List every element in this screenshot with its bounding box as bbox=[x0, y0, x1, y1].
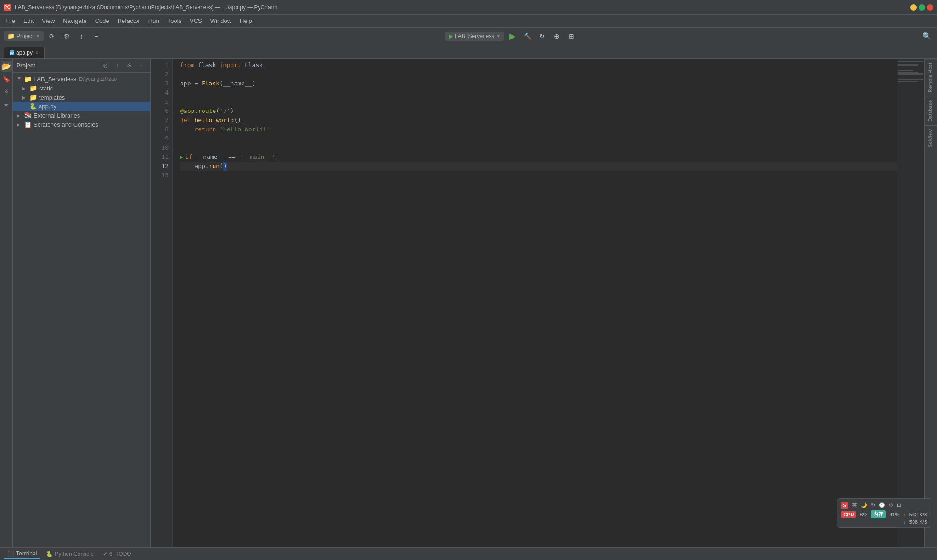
moon-icon: 🌙 bbox=[861, 502, 867, 508]
toolbar-settings-btn[interactable]: ⚙ bbox=[60, 30, 73, 43]
tab-filename: app.py bbox=[16, 50, 33, 56]
python-file-icon: py bbox=[10, 50, 14, 55]
toolbar-sort-btn[interactable]: ↕ bbox=[75, 30, 88, 43]
project-panel-collapse-icon[interactable]: ↕ bbox=[112, 60, 123, 71]
bottom-tab-todo[interactable]: ✔ 6: TODO bbox=[99, 549, 135, 559]
run-arrow-icon: ▶ bbox=[180, 152, 183, 162]
tab-app-py[interactable]: py app.py × bbox=[4, 47, 45, 58]
code-line-1: from flask import Flask bbox=[180, 61, 897, 70]
tab-close-icon[interactable]: × bbox=[35, 50, 39, 56]
project-panel: Project ◎ ↕ ⚙ − ▶ 📁 LAB_Serverless D:\yu… bbox=[13, 59, 151, 547]
menu-view[interactable]: View bbox=[38, 16, 58, 26]
maximize-button[interactable] bbox=[919, 4, 925, 11]
grid-icon: ⊞ bbox=[897, 502, 901, 508]
menu-window[interactable]: Window bbox=[207, 16, 235, 26]
code-editor[interactable]: from flask import Flask app = Flask ( __… bbox=[173, 59, 897, 547]
sidebar-icon-favorites[interactable]: ★ bbox=[1, 99, 12, 110]
close-button[interactable] bbox=[927, 4, 933, 11]
mem-pct: 41% bbox=[889, 512, 899, 517]
tree-item-root[interactable]: ▶ 📁 LAB_Serverless D:\yuangezhizao bbox=[13, 74, 150, 84]
cpu-widget-icons: S 英 🌙 ↻ 🕐 ⚙ ⊞ bbox=[841, 502, 927, 509]
minimap-line-8 bbox=[898, 73, 923, 75]
line-number-10: 10 bbox=[151, 143, 169, 152]
tree-item-scratches[interactable]: ▶ 📋 Scratches and Consoles bbox=[13, 120, 150, 129]
profile-button[interactable]: ⊞ bbox=[565, 30, 578, 43]
minimap-line-9 bbox=[898, 75, 923, 77]
toolbar-collapse-btn[interactable]: − bbox=[90, 30, 102, 43]
menu-code[interactable]: Code bbox=[91, 16, 113, 26]
token-paren-open: ( bbox=[220, 79, 223, 88]
title-bar-title: LAB_Serverless [D:\yuangezhizao\Document… bbox=[15, 4, 277, 11]
bottom-tab-python-console[interactable]: 🐍 Python Console bbox=[42, 549, 97, 559]
menu-tools[interactable]: Tools bbox=[164, 16, 185, 26]
tree-item-templates[interactable]: ▶ 📁 templates bbox=[13, 93, 150, 102]
tree-label-templates: templates bbox=[39, 94, 65, 101]
run-config-icon: ▶ bbox=[449, 33, 453, 39]
token-func-parens: (): bbox=[234, 116, 244, 125]
cpu-widget: S 英 🌙 ↻ 🕐 ⚙ ⊞ CPU 6% 内存 41% ↑ 562 K/S ↓ … bbox=[837, 498, 931, 528]
right-tab-database[interactable]: Database bbox=[925, 96, 937, 125]
token-func-name: hello_world bbox=[194, 116, 234, 125]
line-number-13: 13 bbox=[151, 171, 169, 180]
run-button[interactable]: ▶ bbox=[506, 30, 519, 43]
project-panel-settings-icon[interactable]: ⚙ bbox=[124, 60, 135, 71]
sidebar-icon-project[interactable]: 📂 bbox=[1, 61, 12, 72]
token-space-def bbox=[191, 116, 194, 125]
tree-arrow-scratches: ▶ bbox=[17, 122, 22, 127]
menu-bar: File Edit View Navigate Code Refactor Ru… bbox=[0, 15, 937, 28]
menu-help[interactable]: Help bbox=[236, 16, 256, 26]
bottom-tabs: ⬛ Terminal 🐍 Python Console ✔ 6: TODO bbox=[0, 547, 937, 560]
code-line-3: app = Flask ( __name__ ) bbox=[180, 79, 897, 88]
window-controls[interactable] bbox=[910, 4, 933, 11]
run-config-chevron: ▼ bbox=[496, 34, 501, 39]
title-bar: PC LAB_Serverless [D:\yuangezhizao\Docum… bbox=[0, 0, 937, 15]
menu-navigate[interactable]: Navigate bbox=[59, 16, 90, 26]
tree-label-root: LAB_Serverless bbox=[34, 76, 76, 83]
token-main-str: '__main__' bbox=[239, 152, 275, 162]
line-number-5: 5 bbox=[151, 97, 169, 106]
minimap-line-12 bbox=[898, 81, 918, 82]
sidebar-icon-bookmarks[interactable]: 🔖 bbox=[1, 73, 12, 84]
project-panel-title: Project bbox=[17, 62, 35, 69]
terminal-icon: ⬛ bbox=[7, 550, 14, 557]
minimize-button[interactable] bbox=[910, 4, 917, 11]
token-run-parens-open: ( bbox=[220, 162, 223, 171]
reload-button[interactable]: ↻ bbox=[536, 30, 548, 43]
menu-run[interactable]: Run bbox=[145, 16, 163, 26]
folder-icon-templates: 📁 bbox=[29, 94, 37, 101]
right-tab-remote-host[interactable]: Remote Host bbox=[925, 59, 937, 96]
tree-label-external-libs: External Libraries bbox=[34, 112, 80, 119]
menu-file[interactable]: File bbox=[2, 16, 19, 26]
code-line-7: def hello_world (): bbox=[180, 116, 897, 125]
project-panel-locate-icon[interactable]: ◎ bbox=[100, 60, 111, 71]
folder-icon-external-libs: 📚 bbox=[24, 112, 32, 119]
tree-item-external-libs[interactable]: ▶ 📚 External Libraries bbox=[13, 111, 150, 120]
right-tab-sciview[interactable]: SciView bbox=[925, 125, 937, 151]
coverage-button[interactable]: ⊕ bbox=[550, 30, 563, 43]
search-button[interactable]: 🔍 bbox=[920, 30, 933, 43]
minimap-line-13 bbox=[898, 83, 923, 84]
bottom-tab-terminal[interactable]: ⬛ Terminal bbox=[4, 549, 40, 559]
project-panel-close-icon[interactable]: − bbox=[135, 60, 147, 71]
sidebar-icon-structure[interactable]: Str bbox=[1, 86, 12, 97]
token-if: if bbox=[185, 152, 192, 162]
project-dropdown[interactable]: 📁 Project ▼ bbox=[4, 31, 44, 41]
minimap-line-6 bbox=[898, 70, 913, 71]
token-import: import bbox=[220, 61, 241, 70]
menu-vcs[interactable]: VCS bbox=[186, 16, 206, 26]
run-config-dropdown[interactable]: ▶ LAB_Serverless ▼ bbox=[445, 32, 504, 41]
token-eqeq: == bbox=[228, 152, 236, 162]
code-line-13 bbox=[180, 171, 897, 180]
line-number-7: 7 bbox=[151, 116, 169, 125]
clock-icon: 🕐 bbox=[879, 502, 885, 508]
build-button[interactable]: 🔨 bbox=[521, 30, 534, 43]
toolbar-sync-btn[interactable]: ⟳ bbox=[45, 30, 58, 43]
menu-refactor[interactable]: Refactor bbox=[114, 16, 144, 26]
tab-bar: py app.py × bbox=[0, 45, 937, 59]
tree-item-app-py[interactable]: 🐍 app.py bbox=[13, 102, 150, 111]
menu-edit[interactable]: Edit bbox=[20, 16, 37, 26]
tree-item-static[interactable]: ▶ 📁 static bbox=[13, 84, 150, 93]
token-return: return bbox=[194, 125, 216, 134]
mem-label: 内存 bbox=[871, 510, 886, 518]
code-line-9 bbox=[180, 134, 897, 143]
